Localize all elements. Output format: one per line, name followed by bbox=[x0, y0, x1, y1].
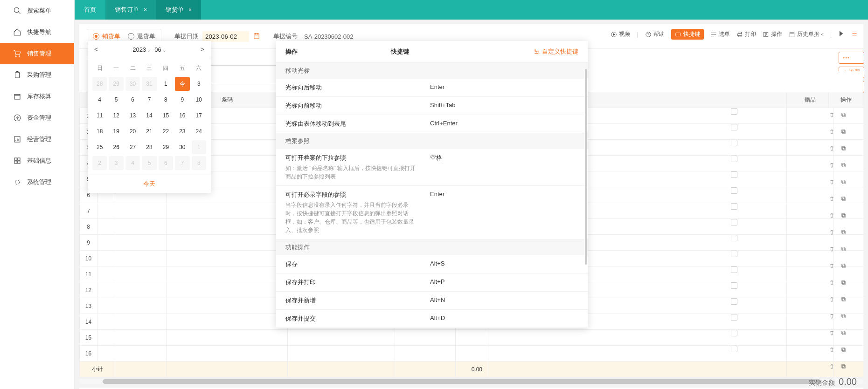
dp-day-next[interactable]: 3 bbox=[109, 156, 123, 170]
sidebar-item-quicknav[interactable]: 快捷导航 bbox=[0, 21, 74, 43]
sidebar-item-purchase[interactable]: 采购管理 bbox=[0, 64, 74, 86]
sidebar-item-sales[interactable]: 销售管理 bbox=[0, 43, 74, 64]
copy-icon[interactable] bbox=[840, 112, 847, 119]
dp-day[interactable]: 8 bbox=[159, 93, 173, 107]
tab-sales-order[interactable]: 销售订单× bbox=[105, 0, 156, 20]
dp-day[interactable]: 25 bbox=[92, 140, 107, 154]
dp-day[interactable]: 22 bbox=[159, 124, 173, 138]
copy-icon[interactable] bbox=[840, 129, 847, 136]
calendar-icon[interactable] bbox=[253, 32, 260, 41]
sidebar-item-search[interactable]: 搜索菜单 bbox=[0, 0, 74, 21]
operate-button[interactable]: 操作 bbox=[763, 30, 782, 38]
delete-icon[interactable] bbox=[829, 313, 835, 321]
scrollbar-vertical[interactable] bbox=[585, 69, 587, 265]
dp-day[interactable]: 6 bbox=[125, 93, 140, 107]
copy-icon[interactable] bbox=[840, 296, 847, 304]
gift-checkbox[interactable] bbox=[731, 330, 737, 336]
delete-icon[interactable] bbox=[829, 196, 835, 203]
help-button[interactable]: ?帮助 bbox=[645, 30, 665, 38]
dp-day[interactable]: 12 bbox=[109, 109, 123, 123]
copy-icon[interactable] bbox=[840, 313, 847, 321]
copy-icon[interactable] bbox=[840, 263, 847, 270]
delete-icon[interactable] bbox=[829, 179, 835, 186]
gift-checkbox[interactable] bbox=[731, 203, 737, 210]
table-row[interactable]: 16 bbox=[80, 346, 864, 362]
sidebar-item-business[interactable]: 经营管理 bbox=[0, 129, 74, 150]
dp-day[interactable]: 20 bbox=[125, 124, 140, 138]
delete-icon[interactable] bbox=[829, 280, 835, 287]
dp-day-next[interactable]: 8 bbox=[192, 156, 206, 170]
dp-day-prev[interactable]: 30 bbox=[125, 77, 140, 91]
dp-day[interactable]: 29 bbox=[159, 140, 173, 154]
copy-icon[interactable] bbox=[840, 212, 847, 220]
copy-icon[interactable] bbox=[840, 347, 847, 354]
dp-day[interactable]: 23 bbox=[175, 124, 189, 138]
delete-icon[interactable] bbox=[829, 347, 835, 354]
delete-icon[interactable] bbox=[829, 229, 835, 237]
copy-icon[interactable] bbox=[840, 229, 847, 237]
dp-day-next[interactable]: 5 bbox=[142, 156, 156, 170]
delete-icon[interactable] bbox=[829, 263, 835, 270]
dp-day[interactable]: 24 bbox=[192, 124, 206, 138]
gift-checkbox[interactable] bbox=[731, 156, 737, 162]
video-button[interactable]: 视频 bbox=[611, 30, 630, 38]
dp-year-month[interactable]: 202306 bbox=[132, 46, 166, 53]
dp-day[interactable]: 13 bbox=[125, 109, 140, 123]
next-month-button[interactable]: > bbox=[201, 46, 204, 53]
gift-checkbox[interactable] bbox=[731, 314, 737, 321]
gift-checkbox[interactable] bbox=[731, 219, 737, 225]
copy-icon[interactable] bbox=[840, 179, 847, 186]
delete-icon[interactable] bbox=[829, 363, 835, 371]
sidebar-item-system[interactable]: 系统管理 bbox=[0, 171, 74, 193]
dp-day[interactable]: 28 bbox=[142, 140, 156, 154]
table-row[interactable]: 15 bbox=[80, 330, 864, 346]
dp-day[interactable]: 3 bbox=[192, 77, 206, 91]
sidebar-item-inventory[interactable]: 库存核算 bbox=[0, 86, 74, 107]
copy-icon[interactable] bbox=[840, 246, 847, 253]
copy-icon[interactable] bbox=[840, 363, 847, 371]
dp-day[interactable]: 14 bbox=[142, 109, 156, 123]
dp-day-next[interactable]: 2 bbox=[92, 156, 107, 170]
prev-month-button[interactable]: < bbox=[94, 46, 98, 53]
horizontal-scrollbar[interactable] bbox=[79, 379, 863, 384]
gift-checkbox[interactable] bbox=[731, 187, 737, 194]
gift-checkbox[interactable] bbox=[731, 266, 737, 273]
dp-day[interactable]: 18 bbox=[92, 124, 107, 138]
customize-shortcut-button[interactable]: 自定义快捷键 bbox=[534, 48, 578, 56]
list-icon[interactable] bbox=[851, 30, 858, 38]
tab-delivery-note[interactable]: 销货单× bbox=[156, 0, 201, 20]
gift-checkbox[interactable] bbox=[731, 298, 737, 305]
dp-day-today[interactable]: 今 bbox=[175, 77, 189, 91]
copy-icon[interactable] bbox=[840, 196, 847, 203]
dp-day-prev[interactable]: 29 bbox=[109, 77, 123, 91]
dp-day-prev[interactable]: 31 bbox=[142, 77, 156, 91]
delete-icon[interactable] bbox=[829, 129, 835, 136]
dp-day[interactable]: 9 bbox=[175, 93, 189, 107]
dp-day-next[interactable]: 4 bbox=[125, 156, 140, 170]
dp-day[interactable]: 16 bbox=[175, 109, 189, 123]
scrollbar-thumb[interactable] bbox=[103, 379, 821, 384]
dp-day[interactable]: 5 bbox=[109, 93, 123, 107]
dp-day[interactable]: 21 bbox=[142, 124, 156, 138]
more-button-boxed[interactable]: ⋯ bbox=[839, 52, 864, 64]
copy-icon[interactable] bbox=[840, 280, 847, 287]
date-input[interactable] bbox=[202, 31, 249, 42]
history-button[interactable]: 历史单据< bbox=[789, 30, 824, 38]
gift-checkbox[interactable] bbox=[731, 140, 737, 146]
delete-icon[interactable] bbox=[829, 296, 835, 304]
delete-icon[interactable] bbox=[829, 145, 835, 153]
gift-checkbox[interactable] bbox=[731, 171, 737, 178]
close-icon[interactable]: × bbox=[144, 7, 147, 13]
dp-day[interactable]: 4 bbox=[92, 93, 107, 107]
dp-day[interactable]: 10 bbox=[192, 93, 206, 107]
dp-day-next[interactable]: 6 bbox=[159, 156, 173, 170]
gift-checkbox[interactable] bbox=[731, 282, 737, 289]
close-icon[interactable]: × bbox=[188, 7, 192, 13]
dp-day[interactable]: 19 bbox=[109, 124, 123, 138]
print-button[interactable]: 打印 bbox=[736, 30, 756, 38]
dp-day[interactable]: 15 bbox=[159, 109, 173, 123]
dp-day[interactable]: 11 bbox=[92, 109, 107, 123]
dp-day[interactable]: 26 bbox=[109, 140, 123, 154]
delete-icon[interactable] bbox=[829, 162, 835, 170]
next-icon[interactable] bbox=[838, 30, 845, 38]
